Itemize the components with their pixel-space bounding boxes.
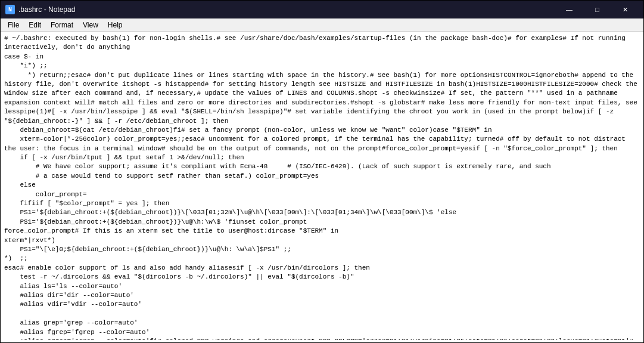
menu-file[interactable]: File — [3, 20, 24, 30]
main-window: N .bashrc - Notepad — □ ✕ File Edit Form… — [0, 0, 644, 343]
menu-bar: File Edit Format View Help — [1, 18, 643, 32]
app-icon-letter: N — [8, 7, 12, 13]
title-bar: N .bashrc - Notepad — □ ✕ — [1, 1, 643, 18]
window-controls: — □ ✕ — [556, 3, 639, 16]
app-icon: N — [5, 5, 15, 14]
window-title: .bashrc - Notepad — [18, 5, 75, 14]
menu-help[interactable]: Help — [103, 20, 127, 30]
title-bar-left: N .bashrc - Notepad — [5, 5, 75, 14]
text-content: # ~/.bashrc: executed by bash(1) for non… — [4, 34, 640, 340]
menu-view[interactable]: View — [78, 20, 103, 30]
menu-edit[interactable]: Edit — [24, 20, 46, 30]
menu-format[interactable]: Format — [46, 20, 78, 30]
maximize-button[interactable]: □ — [584, 3, 611, 16]
minimize-button[interactable]: — — [556, 3, 583, 16]
text-editor-area[interactable]: # ~/.bashrc: executed by bash(1) for non… — [1, 32, 643, 342]
close-button[interactable]: ✕ — [612, 3, 639, 16]
